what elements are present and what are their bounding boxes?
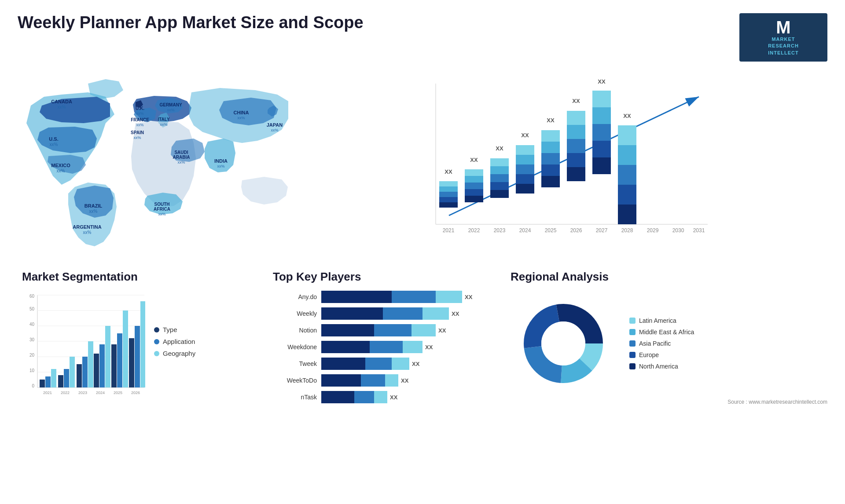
northam-label: North America xyxy=(639,363,678,370)
growth-bar-chart: XX XX XX XX xyxy=(308,75,819,251)
player-bar-tweek: XX xyxy=(321,358,502,370)
svg-rect-31 xyxy=(465,169,483,176)
player-xx-ntask: XX xyxy=(390,394,397,401)
page-title: Weekly Planner App Market Size and Scope xyxy=(18,13,364,32)
bottom-section: Market Segmentation 0 10 20 30 40 50 60 xyxy=(18,270,827,408)
svg-text:2027: 2027 xyxy=(596,227,608,234)
mexico-label: MEXICO xyxy=(51,163,70,168)
svg-rect-27 xyxy=(465,196,483,202)
svg-rect-21 xyxy=(439,202,458,208)
regional-title: Regional Analysis xyxy=(511,270,827,284)
map-container: CANADA xx% U.S. xx% MEXICO xx% BRAZIL xx… xyxy=(18,70,290,255)
svg-rect-101 xyxy=(64,369,69,387)
svg-text:XX: XX xyxy=(445,168,452,175)
svg-text:XX: XX xyxy=(496,145,503,152)
svg-rect-60 xyxy=(592,107,611,124)
logo-text: MARKETRESEARCHINTELLECT xyxy=(768,36,799,56)
svg-text:xx%: xx% xyxy=(57,168,65,173)
svg-text:xx%: xx% xyxy=(271,128,278,132)
player-name-notion: Notion xyxy=(273,327,317,334)
segmentation-chart: 0 10 20 30 40 50 60 xyxy=(22,291,145,405)
svg-rect-114 xyxy=(123,310,128,387)
svg-rect-65 xyxy=(618,185,636,205)
legend-type: Type xyxy=(154,326,195,333)
player-xx-weekly: XX xyxy=(452,310,459,317)
svg-text:xx%: xx% xyxy=(160,122,167,127)
germany-label: GERMANY xyxy=(159,102,182,107)
svg-rect-67 xyxy=(618,145,636,165)
svg-text:XX: XX xyxy=(470,157,478,163)
svg-rect-59 xyxy=(592,124,611,141)
latin-label: Latin America xyxy=(639,317,676,324)
player-bar-notion: XX xyxy=(321,324,502,336)
svg-rect-24 xyxy=(439,186,458,192)
header: Weekly Planner App Market Size and Scope… xyxy=(18,13,827,62)
svg-text:2028: 2028 xyxy=(621,227,633,234)
uk-label: U.K. xyxy=(136,106,144,111)
reg-northam: North America xyxy=(629,363,694,370)
svg-rect-34 xyxy=(490,182,509,190)
svg-text:xx%: xx% xyxy=(217,164,224,168)
player-bar-weekdone: XX xyxy=(321,341,502,353)
reg-europe: Europe xyxy=(629,351,694,358)
player-row-weektodo: WeekToDo XX xyxy=(273,374,502,387)
seg-legend: Type Application Geography xyxy=(154,291,195,362)
svg-text:2021: 2021 xyxy=(443,227,455,234)
svg-text:XX: XX xyxy=(623,113,631,119)
svg-text:XX: XX xyxy=(521,132,529,139)
svg-rect-25 xyxy=(439,181,458,186)
svg-rect-22 xyxy=(439,197,458,202)
svg-rect-36 xyxy=(490,166,509,174)
northam-dot xyxy=(629,363,636,369)
svg-text:xx%: xx% xyxy=(58,105,66,110)
latin-dot xyxy=(629,318,636,324)
svg-rect-116 xyxy=(129,338,134,387)
svg-rect-98 xyxy=(51,369,56,387)
us-label: U.S. xyxy=(49,136,58,142)
svg-text:xx%: xx% xyxy=(237,116,245,120)
player-row-ntask: nTask XX xyxy=(273,391,502,403)
svg-rect-35 xyxy=(490,174,509,182)
svg-rect-33 xyxy=(490,190,509,198)
map-section: CANADA xx% U.S. xx% MEXICO xx% BRAZIL xx… xyxy=(18,70,290,255)
svg-text:2023: 2023 xyxy=(78,391,87,395)
player-row-tweek: Tweek XX xyxy=(273,358,502,370)
player-row-weekly: Weekly XX xyxy=(273,307,502,320)
europe-dot xyxy=(629,352,636,358)
main-grid: CANADA xx% U.S. xx% MEXICO xx% BRAZIL xx… xyxy=(18,70,827,408)
player-xx-anydo: XX xyxy=(465,294,472,300)
player-name-anydo: Any.do xyxy=(273,293,317,300)
svg-rect-30 xyxy=(465,176,483,183)
regional-section: Regional Analysis xyxy=(511,270,827,408)
svg-rect-105 xyxy=(82,357,88,387)
player-name-weekly: Weekly xyxy=(273,310,317,317)
svg-rect-117 xyxy=(135,326,140,387)
asiapac-dot xyxy=(629,340,636,347)
svg-rect-39 xyxy=(516,184,534,194)
svg-text:50: 50 xyxy=(29,307,35,311)
svg-text:40: 40 xyxy=(29,322,35,327)
player-bar-weektodo: XX xyxy=(321,374,502,387)
donut-chart xyxy=(511,291,616,396)
donut-wrap: Latin America Middle East & Africa Asia … xyxy=(511,291,827,396)
svg-text:XX: XX xyxy=(572,98,580,104)
segmentation-section: Market Segmentation 0 10 20 30 40 50 60 xyxy=(18,270,264,408)
player-bar-anydo: XX xyxy=(321,291,502,303)
svg-text:2029: 2029 xyxy=(647,227,659,234)
svg-rect-108 xyxy=(94,354,99,387)
svg-text:2031: 2031 xyxy=(693,227,705,234)
svg-text:2025: 2025 xyxy=(545,227,557,234)
player-name-ntask: nTask xyxy=(273,394,317,401)
svg-text:2024: 2024 xyxy=(519,227,531,234)
player-xx-tweek: XX xyxy=(412,361,419,367)
source-text: Source : www.marketresearchintellect.com xyxy=(511,399,827,405)
geography-dot xyxy=(154,351,159,356)
svg-rect-104 xyxy=(77,364,82,387)
player-xx-notion: XX xyxy=(438,327,446,334)
svg-rect-113 xyxy=(117,333,122,387)
svg-rect-66 xyxy=(618,165,636,185)
saudi-label: SAUDI xyxy=(174,150,188,155)
svg-rect-112 xyxy=(111,344,117,387)
svg-text:xx%: xx% xyxy=(136,123,143,127)
segmentation-title: Market Segmentation xyxy=(22,270,260,284)
